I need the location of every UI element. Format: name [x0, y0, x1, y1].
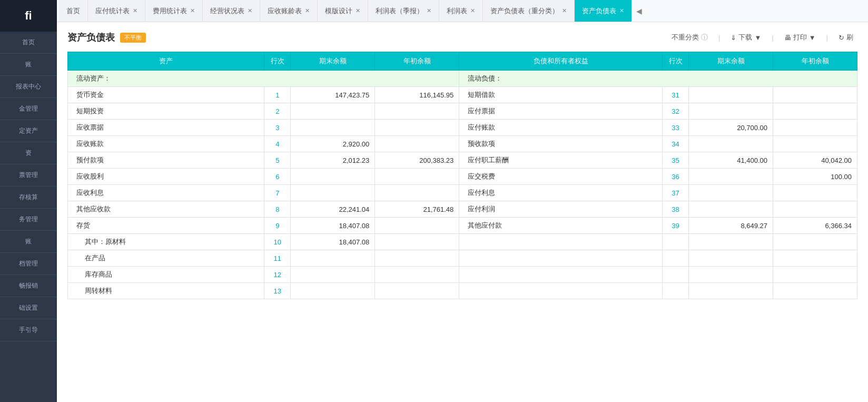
right-item — [459, 234, 663, 250]
left-end-balance: 22,241.04 — [291, 201, 375, 218]
no-reclassify-btn[interactable]: 不重分类 ⓘ — [667, 31, 712, 44]
table-row[interactable]: 在产品 11 — [68, 250, 857, 267]
right-end-balance — [689, 169, 773, 185]
left-begin-balance — [375, 250, 459, 267]
col-begin-balance-right: 年初余额 — [773, 52, 857, 71]
tab-profit-quarterly[interactable]: 利润表（季报） ✕ — [368, 0, 439, 22]
page-actions: 不重分类 ⓘ | ⇓ 下载 ▼ | 🖶 打印 ▼ | ↻ 刷 — [667, 31, 857, 44]
table-row[interactable]: 应收账款 4 2,920.00 预收款项 34 — [68, 136, 857, 152]
right-end-balance — [689, 234, 773, 250]
sidebar-item-inventory[interactable]: 存核算 — [0, 187, 57, 209]
left-item: 应收账款 — [68, 136, 264, 152]
tab-close-icon[interactable]: ✕ — [619, 7, 624, 14]
table-row[interactable]: 周转材料 13 — [68, 283, 857, 299]
left-item: 其中：原材料 — [68, 234, 264, 250]
left-row-num: 1 — [264, 87, 291, 103]
left-begin-balance: 21,761.48 — [375, 201, 459, 218]
table-row[interactable]: 应收股利 6 应交税费 36 100.00 — [68, 169, 857, 185]
left-end-balance — [291, 120, 375, 136]
tab-receivable-aging[interactable]: 应收账龄表 ✕ — [260, 0, 318, 22]
sidebar-item-fixed-assets[interactable]: 定资产 — [0, 120, 57, 142]
right-row-num — [663, 267, 689, 283]
sidebar-item-archive[interactable]: 档管理 — [0, 253, 57, 275]
tab-template-design[interactable]: 模版设计 ✕ — [318, 0, 368, 22]
section-current-assets: 流动资产： 流动负债： — [68, 71, 857, 87]
left-begin-balance — [375, 136, 459, 152]
left-item: 货币资金 — [68, 87, 264, 103]
left-row-num: 6 — [264, 169, 291, 185]
right-end-balance: 8,649.27 — [689, 218, 773, 234]
right-row-num — [663, 283, 689, 299]
tab-balance-sheet[interactable]: 资产负债表 ✕ — [575, 0, 632, 22]
refresh-btn[interactable]: ↻ 刷 — [834, 31, 857, 44]
tab-close-icon[interactable]: ✕ — [427, 7, 431, 14]
left-begin-balance: 200,383.23 — [375, 152, 459, 169]
table-row[interactable]: 其他应收款 8 22,241.04 21,761.48 应付利润 38 — [68, 201, 857, 218]
right-row-num: 32 — [663, 103, 689, 120]
main-area: 首页 应付统计表 ✕ 费用统计表 ✕ 经营状况表 ✕ 应收账龄表 ✕ 模版设计 … — [57, 0, 868, 402]
tab-close-icon[interactable]: ✕ — [248, 7, 252, 14]
right-end-balance — [689, 136, 773, 152]
table-row[interactable]: 短期投资 2 应付票据 32 — [68, 103, 857, 120]
question-icon: ⓘ — [701, 33, 708, 42]
left-end-balance — [291, 250, 375, 267]
left-begin-balance: 116,145.95 — [375, 87, 459, 103]
tab-bar: 首页 应付统计表 ✕ 费用统计表 ✕ 经营状况表 ✕ 应收账龄表 ✕ 模版设计 … — [57, 0, 868, 22]
table-row[interactable]: 货币资金 1 147,423.75 116,145.95 短期借款 31 — [68, 87, 857, 103]
sidebar-item-expense[interactable]: 畅报销 — [0, 275, 57, 297]
right-row-num: 31 — [663, 87, 689, 103]
tab-home[interactable]: 首页 — [59, 0, 88, 22]
left-end-balance: 147,423.75 — [291, 87, 375, 103]
sidebar-item-settings[interactable]: 础设置 — [0, 297, 57, 319]
sidebar-item-invoice[interactable]: 票管理 — [0, 164, 57, 187]
right-row-num: 37 — [663, 185, 689, 201]
col-end-balance-right: 期末余额 — [689, 52, 773, 71]
left-row-num: 8 — [264, 201, 291, 218]
right-row-num — [663, 234, 689, 250]
download-icon: ⇓ — [731, 34, 736, 42]
right-row-num: 39 — [663, 218, 689, 234]
tab-payable-stats[interactable]: 应付统计表 ✕ — [88, 0, 145, 22]
right-row-num: 33 — [663, 120, 689, 136]
tab-close-icon[interactable]: ✕ — [133, 7, 137, 14]
tab-profit[interactable]: 利润表 ✕ — [439, 0, 483, 22]
sidebar-item-tax[interactable]: 务管理 — [0, 209, 57, 231]
download-btn[interactable]: ⇓ 下载 ▼ — [726, 31, 765, 44]
table-row[interactable]: 预付款项 5 2,012.23 200,383.23 应付职工薪酬 35 41,… — [68, 152, 857, 169]
tab-close-icon[interactable]: ✕ — [305, 7, 310, 14]
left-end-balance: 2,012.23 — [291, 152, 375, 169]
tab-close-icon[interactable]: ✕ — [190, 7, 195, 14]
sidebar-item-fund-management[interactable]: 金管理 — [0, 98, 57, 120]
tab-close-icon[interactable]: ✕ — [356, 7, 360, 14]
right-end-balance — [689, 201, 773, 218]
page-header: 资产负债表 不平衡 不重分类 ⓘ | ⇓ 下载 ▼ | 🖶 打印 ▼ — [67, 31, 857, 44]
sidebar-item-home[interactable]: 首页 — [0, 32, 57, 54]
sidebar-item-asset[interactable]: 资 — [0, 142, 57, 164]
tab-balance-reclassify[interactable]: 资产负债表（重分类） ✕ — [483, 0, 575, 22]
table-row[interactable]: 存货 9 18,407.08 其他应付款 39 8,649.27 6,366.3… — [68, 218, 857, 234]
left-row-num: 7 — [264, 185, 291, 201]
sidebar-item-account[interactable]: 账 — [0, 54, 57, 76]
right-begin-balance: 6,366.34 — [773, 218, 857, 234]
table-row[interactable]: 应收票据 3 应付账款 33 20,700.00 — [68, 120, 857, 136]
table-row[interactable]: 库存商品 12 — [68, 267, 857, 283]
sidebar-item-report-center[interactable]: 报表中心 — [0, 76, 57, 98]
sidebar-item-ledger[interactable]: 账 — [0, 231, 57, 253]
right-item: 应付利息 — [459, 185, 663, 201]
table-row[interactable]: 应收利息 7 应付利息 37 — [68, 185, 857, 201]
table-row[interactable]: 其中：原材料 10 18,407.08 — [68, 234, 857, 250]
left-end-balance: 18,407.08 — [291, 234, 375, 250]
left-end-balance — [291, 185, 375, 201]
tab-expense-stats[interactable]: 费用统计表 ✕ — [145, 0, 203, 22]
left-end-balance: 2,920.00 — [291, 136, 375, 152]
print-btn[interactable]: 🖶 打印 ▼ — [780, 31, 820, 44]
left-row-num: 9 — [264, 218, 291, 234]
right-item: 应付利润 — [459, 201, 663, 218]
section-label-current-assets: 流动资产： — [68, 71, 459, 87]
tab-close-icon[interactable]: ✕ — [562, 7, 567, 14]
tab-scroll-right-icon[interactable]: ◀ — [632, 0, 646, 22]
tab-operations[interactable]: 经营状况表 ✕ — [203, 0, 260, 22]
sidebar-item-guide[interactable]: 手引导 — [0, 319, 57, 341]
tab-close-icon[interactable]: ✕ — [470, 7, 475, 14]
right-begin-balance — [773, 185, 857, 201]
